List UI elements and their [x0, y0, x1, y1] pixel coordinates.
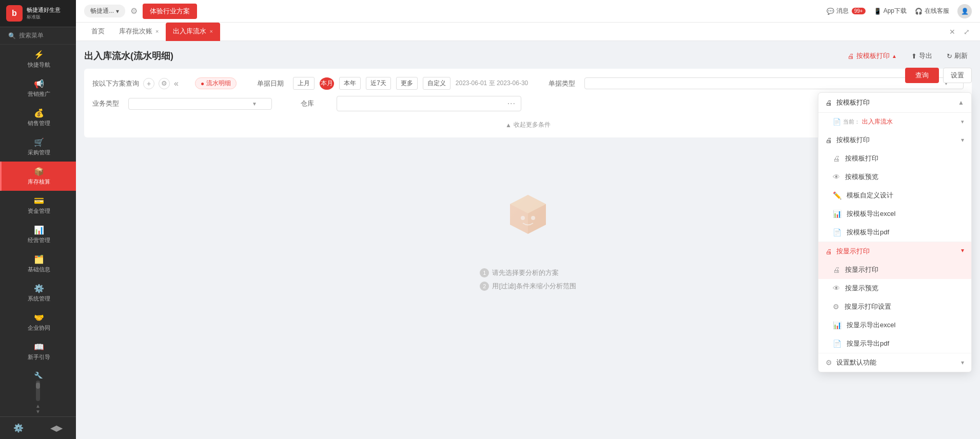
doctype-label: 单据类型	[548, 79, 579, 88]
page-header: 出入库流水(流水明细) 🖨 按模板打印 ▲ ⬆ 导出 ↻ 刷新	[84, 49, 972, 63]
tab-inventory-batch-close[interactable]: ×	[155, 28, 159, 34]
expand-window-icon[interactable]: ⤢	[962, 26, 972, 38]
date-btn-last-month[interactable]: 上月	[293, 77, 315, 90]
warehouse-filter-group: 仓库 ···	[301, 96, 521, 111]
tab-inout-flow-close[interactable]: ×	[209, 28, 212, 34]
sidebar-item-guide[interactable]: 📖 新手引导	[0, 337, 76, 366]
refresh-action-btn[interactable]: ↻ 刷新	[943, 49, 972, 63]
sidebar-item-marketing[interactable]: 📢 营销推广	[0, 74, 76, 103]
sidebar-item-operations[interactable]: 📊 经营管理	[0, 220, 76, 249]
message-item[interactable]: 💬 消息 99+	[827, 7, 866, 15]
empty-state-icon	[497, 185, 559, 256]
sales-icon: 💰	[34, 108, 44, 118]
display-print-section-header[interactable]: 🖨 按显示打印 ▴	[818, 242, 971, 261]
filter-collapse-button[interactable]: «	[174, 79, 179, 88]
date-btn-current-month[interactable]: 本月	[320, 77, 334, 90]
doctype-filter-group: 单据类型 ▼	[548, 77, 964, 89]
date-btn-more[interactable]: 更多	[396, 77, 418, 90]
sidebar-item-label: 采购管理	[28, 149, 50, 156]
page-title: 出入库流水(流水明细)	[84, 50, 173, 62]
sidebar-item-base[interactable]: 🗂️ 基础信息	[0, 249, 76, 278]
collapse-button[interactable]: ▲ 收起更多条件	[505, 121, 551, 129]
display-settings-icon: ⚙	[833, 303, 839, 311]
print-action-btn[interactable]: 🖨 按模板打印 ▲	[844, 49, 901, 63]
display-excel-item[interactable]: 📊 按显示导出excel	[818, 316, 971, 334]
set-default-icon: ⚙	[826, 358, 832, 367]
dropdown-up-chevron[interactable]: ▲	[958, 99, 964, 106]
phone-icon: 📱	[874, 8, 881, 15]
display-section-toggle-icon[interactable]: ▴	[961, 248, 964, 255]
app-download-item[interactable]: 📱 App下载	[874, 7, 907, 15]
template-print-item[interactable]: 🖨 按模板打印	[818, 149, 971, 168]
inventory-icon: 📦	[34, 167, 44, 176]
action-buttons-group: 查询 设置	[905, 68, 972, 83]
date-btn-current-year[interactable]: 本年	[339, 77, 361, 90]
filter-add-button[interactable]: +	[143, 78, 154, 89]
apps-icon: 🔧	[34, 371, 44, 378]
sidebar-search-item[interactable]: 🔍 搜索菜单	[0, 27, 76, 45]
customer-service-label: 在线客服	[925, 7, 949, 15]
query-button[interactable]: 查询	[905, 68, 939, 83]
customer-service-item[interactable]: 🎧 在线客服	[915, 7, 949, 15]
date-btn-custom[interactable]: 自定义	[423, 77, 450, 90]
collapse-sidebar-icon[interactable]: ◀▶	[50, 423, 63, 433]
sidebar-item-enterprise[interactable]: 🤝 企业协同	[0, 308, 76, 337]
sidebar-item-label: 快捷导航	[28, 61, 50, 69]
sidebar-item-inventory[interactable]: 📦 库存核算	[0, 162, 76, 191]
template-preview-item[interactable]: 👁 按模板预览	[818, 168, 971, 186]
filter-settings-button[interactable]: ⚙	[159, 78, 170, 89]
sidebar-nav: ⚡ 快捷导航 📢 营销推广 💰 销售管理 🛒 采购管理 📦 库存核算 💳 资金管…	[0, 45, 76, 378]
display-settings-item[interactable]: ⚙ 按显示打印设置	[818, 297, 971, 316]
user-name-display[interactable]: 畅捷通... ▾	[84, 5, 125, 17]
export-action-btn[interactable]: ⬆ 导出	[907, 49, 936, 63]
template-excel-item[interactable]: 📊 按模板导出excel	[818, 205, 971, 223]
settings-bottom-icon[interactable]: ⚙️	[13, 423, 24, 433]
sidebar-item-purchase[interactable]: 🛒 采购管理	[0, 132, 76, 162]
tip-num-2: 2	[480, 282, 489, 291]
display-print-icon: 🖨	[833, 266, 840, 274]
template-pdf-item[interactable]: 📄 按模板导出pdf	[818, 223, 971, 242]
sidebar-item-nav[interactable]: ⚡ 快捷导航	[0, 45, 76, 74]
template-section-toggle-icon[interactable]: ▾	[961, 136, 964, 144]
warehouse-label: 仓库	[301, 99, 331, 108]
tab-inventory-batch[interactable]: 库存批次账 ×	[112, 23, 166, 41]
filter-tag-item[interactable]: ● 流水明细	[195, 77, 237, 89]
template-preview-label: 按模板预览	[845, 172, 878, 182]
operations-icon: 📊	[34, 225, 44, 235]
date-btn-7days[interactable]: 近7天	[366, 77, 391, 90]
current-chevron-icon: ▾	[961, 118, 964, 125]
tab-inout-flow-label: 出入库流水	[173, 27, 206, 36]
display-preview-item[interactable]: 👁 按显示预览	[818, 279, 971, 297]
warehouse-select[interactable]: ···	[337, 96, 521, 111]
template-print-label: 按模板打印	[845, 154, 878, 163]
user-avatar[interactable]: 👤	[957, 4, 972, 18]
trial-button[interactable]: 体验行业方案	[143, 4, 197, 19]
sidebar-item-label: 营销推广	[28, 90, 50, 98]
sidebar-item-system[interactable]: ⚙️ 系统管理	[0, 278, 76, 308]
template-design-item[interactable]: ✏️ 模板自定义设计	[818, 186, 971, 205]
template-print-section-header[interactable]: 🖨 按模板打印 ▾	[818, 131, 971, 149]
biztype-select[interactable]: ▼	[128, 98, 272, 110]
close-window-icon[interactable]: ✕	[947, 26, 957, 38]
sidebar-item-finance[interactable]: 💳 资金管理	[0, 191, 76, 220]
set-default-toggle-icon[interactable]: ▾	[961, 359, 964, 366]
display-print-item[interactable]: 🖨 按显示打印	[818, 261, 971, 279]
filter-row-1: 按以下方案查询 + ⚙ « ● 流水明细 单据日期 上月 本月 本年 近	[92, 77, 964, 90]
topbar-settings-icon[interactable]: ⚙	[130, 6, 138, 16]
warehouse-more-icon[interactable]: ···	[507, 99, 516, 108]
system-icon: ⚙️	[34, 284, 44, 293]
current-flow-text: 出入库流水	[862, 117, 893, 126]
display-pdf-item[interactable]: 📄 按显示导出pdf	[818, 334, 971, 353]
settings-button[interactable]: 设置	[943, 68, 972, 83]
biztype-chevron-icon: ▼	[252, 101, 257, 107]
template-preview-icon: 👁	[833, 173, 840, 181]
sidebar-item-apps[interactable]: 🔧 应用中心	[0, 366, 76, 378]
display-pdf-icon: 📄	[833, 340, 841, 348]
tab-home[interactable]: 首页	[84, 23, 112, 41]
tab-inout-flow[interactable]: 出入库流水 ×	[166, 23, 220, 41]
collapse-btn-label: 收起更多条件	[514, 121, 551, 129]
sidebar-search-label: 搜索菜单	[19, 31, 44, 40]
set-default-section-header[interactable]: ⚙ 设置默认功能 ▾	[818, 353, 971, 372]
sidebar-item-sales[interactable]: 💰 销售管理	[0, 103, 76, 132]
marketing-icon: 📢	[34, 79, 44, 89]
